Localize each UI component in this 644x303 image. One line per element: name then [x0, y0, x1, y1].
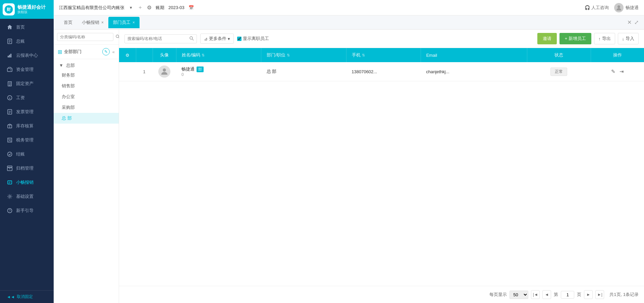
first-page-btn[interactable]: |◄	[531, 290, 540, 299]
sidebar-item-archive[interactable]: 归档管理	[0, 161, 54, 175]
add-employee-btn[interactable]: + 新增员工	[559, 33, 591, 44]
employee-search-input[interactable]	[127, 36, 188, 41]
employee-table-container: ⚙ 头像 姓名/编码 ⇅	[119, 48, 644, 286]
close-tab-btn[interactable]: ✕	[627, 19, 632, 26]
sidebar-item-checkout[interactable]: 结账	[0, 147, 54, 161]
filter-icon: ⊿	[204, 36, 208, 41]
sidebar-item-archive-label: 归档管理	[16, 165, 34, 171]
wallet-icon	[7, 67, 13, 73]
tab-expense-close[interactable]: ×	[101, 20, 104, 25]
period-label: 账期	[156, 5, 164, 11]
import-btn[interactable]: ↓ 导入	[618, 33, 639, 44]
tab-home[interactable]: 首页	[59, 17, 77, 28]
row-phone-cell: 138070602...	[346, 62, 421, 81]
topbar-settings-icon[interactable]: ⚙	[147, 4, 152, 11]
employee-dept: 总 部	[267, 69, 277, 74]
dept-node-general[interactable]: 总 部	[54, 113, 119, 124]
filter-btn[interactable]: ⊿ 更多条件 ▾	[200, 34, 234, 44]
sidebar-item-salary[interactable]: ¥ 工资	[0, 91, 54, 105]
sidebar-item-xiaochang[interactable]: 小畅报销	[0, 175, 54, 189]
employee-table-body: 1 畅捷通	[119, 62, 644, 81]
dept-search-input[interactable]	[57, 33, 113, 41]
dept-collapse-btn[interactable]: «	[112, 49, 115, 54]
col-phone-label: 手机	[352, 52, 361, 58]
calendar-icon[interactable]: 📅	[189, 5, 194, 10]
sidebar-item-tax[interactable]: 税务管理	[0, 133, 54, 147]
next-page-btn[interactable]: ►	[584, 290, 593, 299]
sidebar-item-salary-label: 工资	[16, 95, 25, 101]
employee-search-icon[interactable]	[189, 36, 194, 42]
user-menu-btn[interactable]: 畅捷通	[614, 3, 639, 12]
tab-expense[interactable]: 小畅报销 ×	[77, 17, 108, 28]
edit-employee-btn[interactable]: ✎	[611, 69, 615, 75]
sidebar-item-guide[interactable]: ? 新手引导	[0, 204, 54, 218]
dept-node-sales[interactable]: 销售部	[54, 81, 119, 91]
invite-btn[interactable]: 邀请	[537, 33, 557, 44]
col-action-header: 操作	[591, 48, 644, 62]
page-input[interactable]	[561, 291, 574, 299]
tab-bar: 首页 小畅报销 × 部门员工 × ✕ ⤢	[54, 15, 644, 30]
svg-rect-6	[8, 56, 9, 57]
svg-rect-8	[10, 54, 11, 57]
tab-employees-close[interactable]: ×	[132, 20, 135, 25]
sidebar-item-capital-label: 资金管理	[16, 67, 34, 73]
col-settings-header[interactable]: ⚙	[119, 48, 136, 62]
per-page-select[interactable]: 50 10 20 100	[509, 291, 528, 299]
action-icons-group: ✎ ⇥	[596, 69, 639, 75]
row-dept-cell: 总 部	[261, 62, 346, 81]
sidebar-item-settings[interactable]: 基础设置	[0, 189, 54, 204]
page-label: 第	[554, 292, 558, 298]
customer-service-btn[interactable]: 🎧 人工咨询	[585, 5, 609, 11]
sidebar-item-xiaochang-label: 小畅报销	[16, 179, 34, 185]
svg-point-41	[190, 37, 193, 39]
page-unit: 页	[577, 292, 581, 298]
col-dept-header[interactable]: 部门/职位 ⇅	[261, 48, 346, 62]
add-employee-label: + 新增员工	[565, 36, 586, 42]
expand-tab-btn[interactable]: ⤢	[634, 19, 639, 26]
employee-search-box	[124, 34, 197, 43]
row-email-cell: chanjethkj...	[421, 62, 527, 81]
archive-icon	[7, 165, 13, 171]
row-no: 1	[143, 69, 145, 74]
sidebar-item-fixed-assets[interactable]: 固定资产	[0, 77, 54, 91]
sidebar-item-home-label: 首页	[16, 24, 25, 30]
col-phone-header[interactable]: 手机 ⇅	[346, 48, 421, 62]
sidebar-item-reports-label: 云报表中心	[16, 52, 38, 58]
sidebar-item-reports[interactable]: 云报表中心	[0, 48, 54, 62]
table-row: 1 畅捷通	[119, 62, 644, 81]
cancel-pin-btn[interactable]: ◄◄ 取消固定	[0, 290, 54, 303]
tab-employees[interactable]: 部门员工 ×	[108, 17, 140, 28]
sidebar-item-ledger[interactable]: 总账	[0, 34, 54, 48]
last-page-btn[interactable]: ►|	[595, 290, 604, 299]
show-resigned-checkbox[interactable]	[237, 37, 241, 41]
svg-point-43	[163, 69, 166, 72]
col-name-label: 姓名/编码	[182, 52, 201, 58]
employee-toolbar: ⊿ 更多条件 ▾ 显示离职员工 邀请 + 新增员工 ↑ 导出	[119, 30, 644, 48]
user-avatar	[614, 3, 624, 12]
svg-point-10	[10, 70, 11, 70]
dept-node-office[interactable]: 办公室	[54, 91, 119, 102]
dept-node-purchase[interactable]: 采购部	[54, 102, 119, 113]
cancel-pin-label: 取消固定	[17, 294, 33, 300]
sidebar-item-invoice[interactable]: 发票管理	[0, 105, 54, 119]
logout-employee-btn[interactable]: ⇥	[620, 69, 624, 75]
show-resigned-text: 显示离职员工	[243, 36, 269, 42]
svg-rect-13	[10, 83, 11, 83]
dept-edit-btn[interactable]: ✎	[102, 48, 110, 55]
prev-page-btn[interactable]: ◄	[542, 290, 551, 299]
dept-header: ⊞ 全部部门 ✎ «	[54, 45, 119, 59]
export-btn[interactable]: ↑ 导出	[594, 33, 615, 44]
dept-node-finance[interactable]: 财务部	[54, 70, 119, 81]
phone-sort-icon: ⇅	[362, 53, 365, 57]
col-email-label: Email	[426, 53, 437, 58]
sidebar-item-inventory[interactable]: 库存核算	[0, 119, 54, 133]
company-dropdown-icon[interactable]: ▾	[130, 5, 132, 10]
sidebar-item-home[interactable]: 首页	[0, 20, 54, 34]
user-name: 畅捷通	[626, 5, 639, 11]
svg-point-26	[8, 139, 9, 139]
main-area: 江西服宝精品有限责任公司内账张 ▾ ＋ ⚙ 账期 2023-03 📅 🎧 人工咨…	[54, 0, 644, 303]
add-company-btn[interactable]: ＋	[138, 4, 143, 11]
dept-panel: ⊞ 全部部门 ✎ « ▼ 总部 财务部 销售部 办公室	[54, 30, 119, 303]
col-name-header[interactable]: 姓名/编码 ⇅	[176, 48, 261, 62]
sidebar-item-capital[interactable]: 资金管理	[0, 62, 54, 77]
